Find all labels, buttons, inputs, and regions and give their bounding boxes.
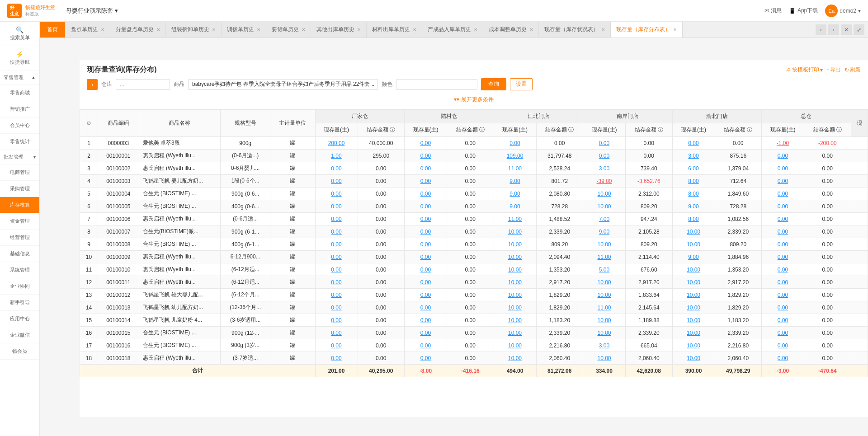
industry-selector[interactable]: 母婴行业演示陈套 ▾ [66, 7, 118, 15]
color-label: 颜色 [382, 80, 392, 88]
sidebar: 🔍 搜索英单 ⚡ 快捷导航 零售管理 ▲ 零售商城 营销推广 会员中心 零售统计… [0, 22, 40, 436]
color-input[interactable] [396, 79, 477, 90]
sidebar-item-operation[interactable]: 经营管理 [0, 230, 39, 246]
goods-input[interactable] [188, 79, 378, 90]
sidebar-item-member2[interactable]: 畅会员 [0, 343, 39, 360]
sidebar-item-retail-shop[interactable]: 零售商城 [0, 85, 39, 101]
sidebar-item-marketing[interactable]: 营销推广 [0, 101, 39, 117]
tab-transfer[interactable]: 调拨单历史 ✕ [222, 22, 266, 38]
download-icon: 📱 [789, 8, 796, 14]
tab-prev-btn[interactable]: ‹ [816, 24, 826, 35]
sidebar-item-finance[interactable]: 资金管理 [0, 213, 39, 230]
th-jb-qty: 现存量(主) [494, 123, 536, 137]
print-btn[interactable]: 🖨 按模板打印 ▾ [786, 66, 823, 74]
tab-close-btn[interactable]: ✕ [529, 27, 533, 32]
filter-expand-toggle[interactable]: › [87, 79, 98, 90]
table-row: 1800100018惠氏启程 (Wyeth illu...(3-7岁适...罐0… [80, 352, 868, 365]
table-row: 1400100013飞鹤星飞帆 幼儿配方奶...(12-36个月...罐0.00… [80, 301, 868, 314]
refresh-icon: ↻ [844, 67, 849, 73]
th-name: 商品名称 [139, 110, 220, 137]
tab-other-out[interactable]: 其他出库单历史 ✕ [311, 22, 367, 38]
th-l-amt: 结存金额 ⓘ [447, 123, 494, 137]
table-row: 200100001惠氏启程 (Wyeth illu...(0-6月适...)罐1… [80, 150, 868, 162]
th-t-amt: 结存金额 ⓘ [804, 123, 851, 137]
sidebar-item-wholesale[interactable]: 批发管理 ▾ [0, 150, 39, 164]
table-row: 1300100012飞鹤星飞帆 较大婴儿配...(6-12个月...罐0.000… [80, 289, 868, 301]
tab-close-btn[interactable]: ✕ [673, 27, 677, 32]
tab-close-btn[interactable]: ✕ [413, 27, 416, 32]
content-area: 现存量查询(库存分布) 🖨 按模板打印 ▾ ↑ 导出 ↻ 刷新 [80, 60, 868, 436]
page-actions: 🖨 按模板打印 ▾ ↑ 导出 ↻ 刷新 [786, 66, 861, 74]
warehouse-input[interactable] [116, 79, 170, 90]
table-row: 10000003爱他美 卓萃3段900g罐200.0040,000.000.00… [80, 137, 868, 150]
tab-stock-status[interactable]: 现存量（库存状况表） ✕ [539, 22, 611, 38]
sidebar-item-appcenter[interactable]: 应用中心 [0, 311, 39, 327]
tab-material-out[interactable]: 材料出库单历史 ✕ [367, 22, 422, 38]
search-btn[interactable]: 查询 [481, 78, 506, 90]
sidebar-item-enterprise[interactable]: 企业协同 [0, 278, 39, 295]
export-btn[interactable]: ↑ 导出 [826, 66, 841, 74]
tab-close-btn[interactable]: ✕ [474, 27, 477, 32]
sidebar-item-guide[interactable]: 新手引导 [0, 295, 39, 311]
tab-controls: ‹ › ✕ ⤢ [812, 24, 868, 35]
sidebar-item-retail[interactable]: 零售管理 ▲ [0, 70, 39, 85]
sidebar-item-member[interactable]: 会员中心 [0, 117, 39, 134]
tab-close-btn[interactable]: ✕ [302, 27, 305, 32]
tab-home[interactable]: 首页 [40, 22, 66, 38]
tab-close-btn[interactable]: ✕ [156, 27, 160, 32]
table-row: 400100003飞鹤星飞帆 婴儿配方奶...1段(0-6个...罐0.000.… [80, 175, 868, 188]
table-container[interactable]: ⚙ 商品编码 商品名称 规格型号 主计量单位 厂家仓 陆村仓 江北门店 南岸门店… [80, 109, 868, 417]
page-header: 现存量查询(库存分布) 🖨 按模板打印 ▾ ↑ 导出 ↻ 刷新 [80, 60, 868, 75]
tab-stock-dist[interactable]: 现存量（库存分布表） ✕ [611, 22, 683, 38]
table-row: 900100008合生元 (BIOSTIME) ...400g (6-1...罐… [80, 238, 868, 251]
sidebar-item-nav[interactable]: ⚡ 快捷导航 [0, 46, 39, 70]
tab-assembly[interactable]: 组装拆卸单历史 ✕ [166, 22, 222, 38]
sidebar-item-inventory[interactable]: 库存核算 [0, 197, 39, 213]
th-spec: 规格型号 [220, 110, 270, 137]
tab-close-btn[interactable]: ✕ [357, 27, 361, 32]
th-gear[interactable]: ⚙ [80, 110, 98, 137]
tab-close-btn[interactable]: ✕ [601, 27, 605, 32]
table-row: 500100004合生元 (BIOSTIME) ...900g (0-6...罐… [80, 188, 868, 200]
tab-close-btn[interactable]: ✕ [101, 27, 104, 32]
tab-cost-adjust[interactable]: 成本调整单历史 ✕ [483, 22, 539, 38]
th-l-qty: 现存量(主) [405, 123, 447, 137]
th-unit: 主计量单位 [270, 110, 315, 137]
sidebar-item-basic[interactable]: 基础信息 [0, 246, 39, 262]
table-row: 1000100009惠氏启程 (Wyeth illu...6-12月900...… [80, 251, 868, 263]
tab-expand-btn[interactable]: ⤢ [854, 24, 864, 35]
tab-close-btn[interactable]: ✕ [212, 27, 216, 32]
table-row: 800100007合生元(BIOSTIME)派...900g (6-1...罐0… [80, 225, 868, 238]
sidebar-item-ecommerce[interactable]: 电商管理 [0, 164, 39, 181]
tab-product-in[interactable]: 产成品入库单历史 ✕ [422, 22, 483, 38]
setting-btn[interactable]: 设置 [510, 78, 533, 90]
sidebar-item-system[interactable]: 系统管理 [0, 262, 39, 278]
filter-row-1: › 仓库 商品 颜色 查询 设置 [87, 78, 861, 90]
refresh-btn[interactable]: ↻ 刷新 [844, 66, 861, 74]
th-na-amt: 结存金额 ⓘ [626, 123, 672, 137]
tab-sub-inventory[interactable]: 分量盘点单历史 ✕ [110, 22, 166, 38]
sidebar-item-wechat[interactable]: 企业微信 [0, 327, 39, 343]
sidebar-item-search[interactable]: 🔍 搜索英单 [0, 22, 39, 46]
th-code: 商品编码 [98, 110, 139, 137]
message-btn[interactable]: ✉ 消息 [764, 7, 782, 14]
th-na-qty: 现存量(主) [583, 123, 626, 137]
table-row: 700100006惠氏启程 (Wyeth illu...(0-6月适...罐0.… [80, 213, 868, 225]
sidebar-item-retail-stats[interactable]: 零售统计 [0, 134, 39, 150]
expand-more-btn[interactable]: ▾▾ 展开更多条件 [454, 96, 493, 103]
tab-order[interactable]: 要货单历史 ✕ [266, 22, 311, 38]
th-total-wh: 总仓 [762, 110, 851, 123]
app-download-btn[interactable]: 📱 App下载 [789, 7, 818, 14]
tab-close-btn[interactable]: ✕ [257, 27, 260, 32]
sidebar-item-purchase[interactable]: 采购管理 [0, 181, 39, 197]
tab-inventory-check[interactable]: 盘点单历史 ✕ [66, 22, 110, 38]
avatar: Ea [825, 5, 838, 17]
tab-next-btn[interactable]: › [828, 24, 839, 35]
table-row: 1500100014飞鹤星飞帆 儿童奶粉 4...(3-6岁适用...罐0.00… [80, 314, 868, 327]
th-yubei-shop: 渝北门店 [672, 110, 762, 123]
tab-close-all-btn[interactable]: ✕ [841, 24, 852, 35]
logo-icon: 好生意 [7, 4, 22, 18]
user-menu[interactable]: Ea demo2 ▾ [825, 5, 861, 17]
tab-bar: 首页 盘点单历史 ✕ 分量盘点单历史 ✕ 组装拆卸单历史 ✕ 调拨单历史 ✕ 要… [40, 22, 868, 38]
th-factory-wh: 厂家仓 [315, 110, 405, 123]
